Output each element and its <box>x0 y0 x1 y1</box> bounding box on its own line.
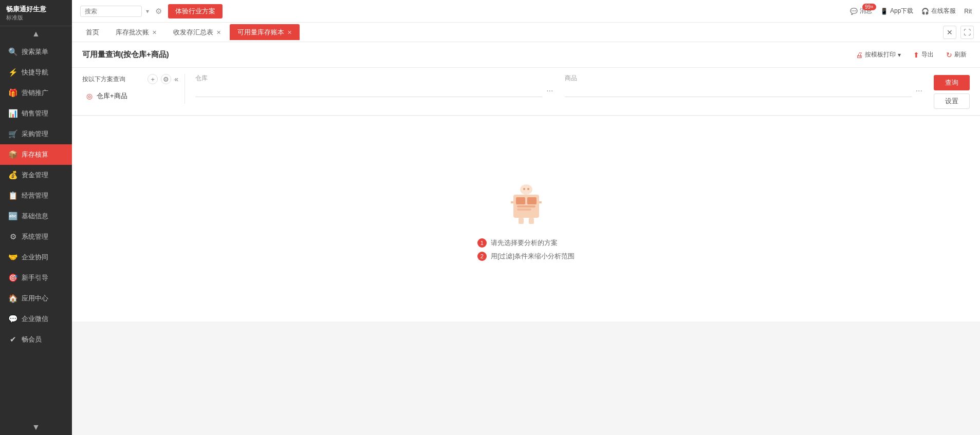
print-button[interactable]: 🖨 按模板打印 ▾ <box>853 48 904 61</box>
warehouse-filter-row: ··· <box>195 85 554 97</box>
tab-收发存汇总表[interactable]: 收发存汇总表✕ <box>165 24 229 40</box>
sidebar-item-搜索菜单[interactable]: 🔍 搜索菜单 <box>0 42 72 62</box>
goods-more-button[interactable]: ··· <box>915 85 923 97</box>
query-button[interactable]: 查询 <box>934 75 970 90</box>
sidebar-label-0: 搜索菜单 <box>22 47 48 56</box>
chevron-down-icon[interactable]: ▾ <box>146 8 149 15</box>
sidebar-item-系统管理[interactable]: ⚙ 系统管理 <box>0 226 72 247</box>
svg-rect-2 <box>527 197 537 204</box>
query-buttons: 查询 设置 <box>923 74 970 109</box>
query-filters: 仓库 ··· 商品 ··· <box>185 74 923 97</box>
sidebar-label-10: 企业协同 <box>22 253 48 262</box>
sidebar-item-应用中心[interactable]: 🏠 应用中心 <box>0 288 72 309</box>
sidebar-item-企业微信[interactable]: 💬 企业微信 <box>0 309 72 329</box>
sidebar-icon-4: 🛒 <box>8 129 17 139</box>
sidebar-label-9: 系统管理 <box>22 232 48 241</box>
sidebar-item-营销推广[interactable]: 🎁 营销推广 <box>0 83 72 103</box>
sidebar-icon-2: 🎁 <box>8 88 17 98</box>
gear-icon[interactable]: ⚙ <box>153 5 164 18</box>
tab-close-2[interactable]: ✕ <box>216 30 221 35</box>
sidebar-label-11: 新手引导 <box>22 273 48 282</box>
sidebar-icon-12: 🏠 <box>8 294 17 303</box>
export-label: 导出 <box>921 50 934 59</box>
user-menu[interactable]: Rit <box>964 8 972 15</box>
scheme-item-warehouse-goods[interactable]: ◎ 仓库+商品 <box>82 88 178 104</box>
expand-button[interactable]: ⛶ <box>960 26 974 39</box>
settings-button[interactable]: 设置 <box>934 93 970 109</box>
tab-可用量库存账本[interactable]: 可用量库存账本✕ <box>230 24 300 40</box>
message-button[interactable]: 💬 消息 99+ <box>850 7 872 15</box>
tip-2-text: 用[过滤]条件来缩小分析范围 <box>491 252 575 261</box>
app-download-label: App下载 <box>890 7 913 15</box>
tab-库存批次账[interactable]: 库存批次账✕ <box>108 24 164 40</box>
export-icon: ⬆ <box>913 51 919 59</box>
sidebar-icon-10: 🤝 <box>8 253 17 262</box>
sidebar-item-新手引导[interactable]: 🎯 新手引导 <box>0 268 72 288</box>
scheme-header: 按以下方案查询 + ⚙ « <box>82 74 178 84</box>
query-scheme-panel: 按以下方案查询 + ⚙ « ◎ 仓库+商品 <box>82 74 185 104</box>
service-button[interactable]: 🎧 在线客服 <box>921 7 956 15</box>
close-tab-button[interactable]: ✕ <box>943 26 956 39</box>
goods-filter-row: ··· <box>565 85 924 97</box>
empty-tip-1: 1 请先选择要分析的方案 <box>477 238 575 248</box>
sidebar-scroll-down[interactable]: ▼ <box>0 420 72 435</box>
brand-name: 畅康通好生意 <box>6 5 66 14</box>
warehouse-filter-input[interactable] <box>195 85 542 97</box>
sidebar-item-基础信息[interactable]: 🔤 基础信息 <box>0 206 72 226</box>
export-button[interactable]: ⬆ 导出 <box>910 48 937 61</box>
empty-illustration <box>501 177 552 228</box>
print-icon: 🖨 <box>856 51 863 59</box>
sidebar-item-销售管理[interactable]: 📊 销售管理 <box>0 103 72 124</box>
sidebar-label-7: 经营管理 <box>22 191 48 200</box>
sidebar-label-1: 快捷导航 <box>22 68 48 77</box>
tab-close-3[interactable]: ✕ <box>287 30 292 35</box>
app-download-button[interactable]: 📱 App下载 <box>880 7 913 15</box>
scheme-item-icon: ◎ <box>86 92 93 100</box>
sidebar-item-资金管理[interactable]: 💰 资金管理 <box>0 165 72 185</box>
sidebar-item-快捷导航[interactable]: ⚡ 快捷导航 <box>0 62 72 83</box>
sidebar-scroll: 🔍 搜索菜单 ⚡ 快捷导航 🎁 营销推广 📊 销售管理 🛒 采购管理 📦 库存核… <box>0 42 72 420</box>
sidebar-icon-8: 🔤 <box>8 212 17 221</box>
tabbar-actions: ✕ ⛶ <box>943 26 974 39</box>
headset-icon: 🎧 <box>921 8 929 15</box>
print-chevron-icon: ▾ <box>898 51 901 59</box>
add-scheme-button[interactable]: + <box>147 74 158 84</box>
sidebar-icon-7: 📋 <box>8 191 17 200</box>
topbar-search-box[interactable] <box>80 6 142 17</box>
tip-1-text: 请先选择要分析的方案 <box>491 238 558 248</box>
goods-filter-input[interactable] <box>565 85 912 97</box>
scheme-settings-button[interactable]: ⚙ <box>161 74 171 84</box>
empty-state: 1 请先选择要分析的方案 2 用[过滤]条件来缩小分析范围 <box>72 116 980 321</box>
sidebar-scroll-up[interactable]: ▲ <box>0 26 72 42</box>
sidebar-item-库存核算[interactable]: 📦 库存核算 <box>0 144 72 165</box>
sidebar-item-经营管理[interactable]: 📋 经营管理 <box>0 185 72 206</box>
sidebar-label-14: 畅会员 <box>22 335 42 344</box>
warehouse-more-button[interactable]: ··· <box>545 85 554 97</box>
message-badge: 99+ <box>862 4 876 10</box>
sidebar-icon-0: 🔍 <box>8 47 17 56</box>
sidebar-item-企业协同[interactable]: 🤝 企业协同 <box>0 247 72 268</box>
sidebar-label-8: 基础信息 <box>22 212 48 221</box>
collapse-scheme-button[interactable]: « <box>174 75 178 83</box>
goods-filter: 商品 ··· <box>565 74 924 97</box>
sidebar-item-采购管理[interactable]: 🛒 采购管理 <box>0 124 72 144</box>
sidebar-label-6: 资金管理 <box>22 171 48 180</box>
svg-point-11 <box>527 188 529 190</box>
tab-首页[interactable]: 首页 <box>78 24 107 40</box>
search-input[interactable] <box>85 8 126 15</box>
sidebar-item-畅会员[interactable]: ✔ 畅会员 <box>0 329 72 350</box>
scheme-item-label: 仓库+商品 <box>97 91 127 101</box>
tab-close-1[interactable]: ✕ <box>152 30 157 35</box>
svg-rect-4 <box>517 209 531 211</box>
page-header: 可用量查询(按仓库+商品) 🖨 按模板打印 ▾ ⬆ 导出 ↻ 刷新 <box>72 42 980 68</box>
warehouse-filter-label: 仓库 <box>195 74 554 83</box>
scheme-actions: + ⚙ « <box>147 74 178 84</box>
service-label: 在线客服 <box>931 7 956 15</box>
svg-rect-1 <box>516 197 525 204</box>
experience-button[interactable]: 体验行业方案 <box>168 4 223 18</box>
tab-label-1: 库存批次账 <box>116 28 149 37</box>
brand: 畅康通好生意 标准版 <box>0 0 72 26</box>
refresh-button[interactable]: ↻ 刷新 <box>943 48 970 61</box>
print-label: 按模板打印 <box>865 50 896 59</box>
page-actions: 🖨 按模板打印 ▾ ⬆ 导出 ↻ 刷新 <box>853 48 970 61</box>
